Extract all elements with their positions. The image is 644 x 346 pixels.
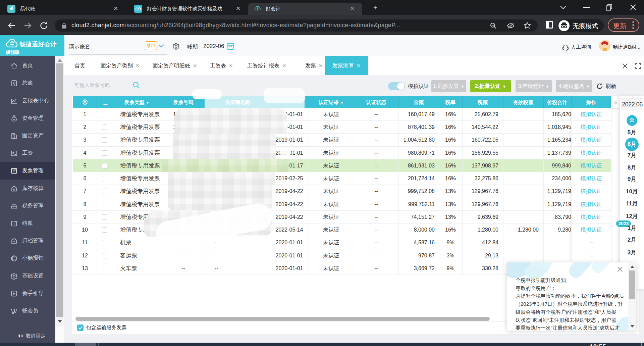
svg-text:¥: ¥ (14, 84, 15, 86)
svg-text:¥: ¥ (13, 168, 15, 171)
